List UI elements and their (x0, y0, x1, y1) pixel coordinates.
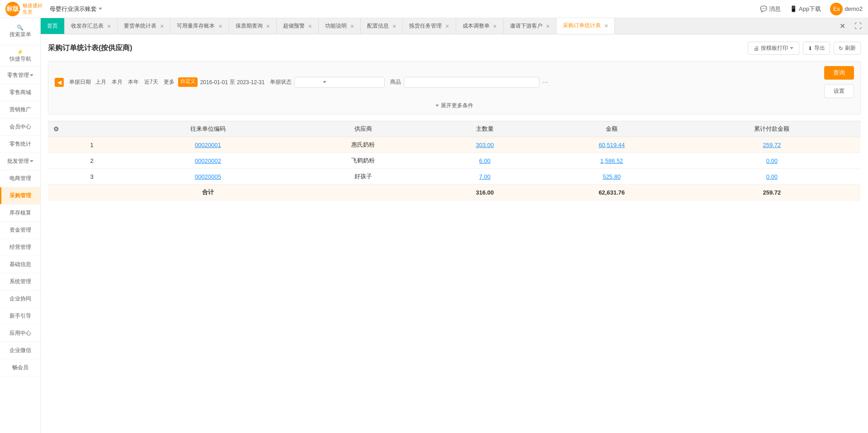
messages-button[interactable]: 💬 消息 (760, 5, 781, 13)
tab-close-receive-send[interactable]: × (107, 23, 111, 30)
row-qty-1[interactable]: 6.00 (429, 153, 541, 169)
tab-warranty-query[interactable]: 保质期查询 × (229, 18, 277, 34)
tab-close-warranty-query[interactable]: × (266, 23, 270, 30)
expand-more-button[interactable]: 展开更多条件 (55, 102, 854, 109)
tab-home[interactable]: 首页 (41, 18, 65, 34)
sidebar-item-purchase-manage[interactable]: 采购管理 (0, 187, 40, 205)
tab-config-info[interactable]: 配置信息 × (361, 18, 403, 34)
tab-goods-stats[interactable]: 要货单统计表 × (118, 18, 170, 34)
sidebar-item-member[interactable]: 畅会员 (0, 359, 40, 376)
row-paid-0[interactable]: 259.72 (683, 137, 861, 153)
tab-close-pick-task[interactable]: × (445, 23, 449, 30)
date-range[interactable]: 2016-01-01 至 2023-12-31 (200, 78, 265, 86)
export-button[interactable]: ⬇ 导出 (803, 42, 830, 55)
row-supplier-code-1[interactable]: 00020002 (119, 153, 297, 169)
print-icon: 🖨 (754, 45, 759, 52)
goods-input[interactable] (404, 77, 539, 88)
filter-goods-item: 商品 ··· (390, 77, 548, 88)
avatar-initial: Ea (833, 6, 840, 12)
tab-close-purchase-stats[interactable]: × (604, 22, 608, 29)
footer-empty-1 (48, 185, 65, 200)
goods-more-icon[interactable]: ··· (542, 78, 548, 86)
status-dropdown-icon (323, 81, 326, 83)
sidebar-item-ecom-manage[interactable]: 电商管理 (0, 170, 40, 187)
app-download-button[interactable]: 📱 App下载 (790, 5, 821, 13)
shortcut-last-month[interactable]: 上月 (94, 77, 108, 87)
sidebar-item-member-center[interactable]: 会员中心 (0, 119, 40, 136)
row-amount-1[interactable]: 1,586.52 (540, 153, 683, 169)
avatar: Ea (830, 3, 843, 15)
row-qty-0[interactable]: 303.00 (429, 137, 541, 153)
refresh-icon: ↻ (839, 45, 843, 52)
row-supplier-code-2[interactable]: 00020005 (119, 169, 297, 185)
expand-more-icon (435, 105, 439, 107)
row-amount-2[interactable]: 525.80 (540, 169, 683, 185)
tab-close-overstock-warn[interactable]: × (308, 23, 312, 30)
tab-invite-downstream[interactable]: 邀请下游客户 × (504, 18, 557, 34)
row-paid-2[interactable]: 0.00 (683, 169, 861, 185)
row-paid-1[interactable]: 0.00 (683, 153, 861, 169)
sidebar-item-basic-info[interactable]: 基础信息 (0, 256, 40, 273)
tab-bar-close-icon[interactable]: ✕ (837, 22, 848, 30)
sidebar-item-inventory-check[interactable]: 库存核算 (0, 205, 40, 222)
shortcut-more[interactable]: 更多 (162, 77, 176, 87)
row-supplier-code-0[interactable]: 00020001 (119, 137, 297, 153)
sidebar-item-retail-stats[interactable]: 零售统计 (0, 136, 40, 153)
sidebar-item-app-center[interactable]: 应用中心 (0, 325, 40, 342)
sidebar-item-enterprise-wechat[interactable]: 企业微信 (0, 342, 40, 359)
search-menu-button[interactable]: 🔍 搜索菜单 (3, 22, 38, 41)
footer-amount: 62,631.76 (540, 185, 683, 200)
table-row: 1 00020001 惠氏奶粉 303.00 60,519.44 259.72 (48, 137, 861, 153)
status-filter-label: 单据状态 (270, 78, 292, 86)
sidebar-item-sys-manage[interactable]: 系统管理 (0, 273, 40, 290)
tab-close-available-stock[interactable]: × (218, 23, 222, 30)
tab-cost-adjust[interactable]: 成本调整单 × (456, 18, 504, 34)
tab-purchase-stats[interactable]: 采购订单统计表 × (557, 18, 615, 34)
tab-close-cost-adjust[interactable]: × (493, 23, 497, 30)
col-settings[interactable]: ⚙ (48, 121, 65, 137)
sidebar-item-retail-manage[interactable]: 零售管理 (0, 67, 40, 84)
status-select[interactable] (294, 77, 385, 88)
sidebar-item-new-guide[interactable]: 新手引导 (0, 308, 40, 325)
table-row: 2 00020002 飞鹤奶粉 6.00 1,586.52 0.00 (48, 153, 861, 169)
sidebar-item-biz-manage[interactable]: 经营管理 (0, 239, 40, 256)
sidebar-item-enterprise-collab[interactable]: 企业协同 (0, 290, 40, 308)
sidebar-item-retail-shop[interactable]: 零售商城 (0, 84, 40, 101)
filter-collapse-button[interactable]: ◀ (55, 78, 64, 87)
tab-close-goods-stats[interactable]: × (160, 23, 164, 30)
shortcut-this-year[interactable]: 本年 (126, 77, 141, 87)
sidebar-item-marketing[interactable]: 营销推广 (0, 101, 40, 119)
tab-bar-maximize-icon[interactable]: ⛶ (852, 22, 864, 30)
user-area[interactable]: Ea demo2 (830, 3, 863, 15)
sidebar: 🔍 搜索菜单 ⚡ 快捷导航 零售管理 零售商城 营销推广 会员 (0, 18, 41, 433)
query-settings-area: 查询 设置 (824, 66, 854, 98)
query-button[interactable]: 查询 (824, 66, 854, 80)
row-amount-0[interactable]: 60,519.44 (540, 137, 683, 153)
footer-empty-3 (297, 185, 429, 200)
shortcut-7days[interactable]: 近7天 (142, 77, 160, 87)
tab-overstock-warn[interactable]: 超储预警 × (277, 18, 319, 34)
footer-paid: 259.72 (683, 185, 861, 200)
top-bar: 标版 畅捷通好生意 母婴行业演示账套 💬 消息 📱 App下载 Ea demo2 (0, 0, 868, 18)
quick-nav-button[interactable]: ⚡ 快捷导航 (0, 45, 40, 67)
tab-close-func-desc[interactable]: × (350, 23, 354, 30)
tab-receive-send[interactable]: 收发存汇总表 × (65, 18, 118, 34)
shortcut-this-month[interactable]: 本月 (110, 77, 124, 87)
workspace-selector[interactable]: 母婴行业演示账套 (46, 3, 106, 15)
tab-available-stock[interactable]: 可用量库存账本 × (170, 18, 229, 34)
footer-empty-2 (65, 185, 119, 200)
row-index-2: 3 (65, 169, 119, 185)
refresh-button[interactable]: ↻ 刷新 (834, 42, 861, 55)
tab-func-desc[interactable]: 功能说明 × (319, 18, 361, 34)
date-filter-label: 单据日期 (69, 78, 91, 86)
sidebar-item-capital-manage[interactable]: 资金管理 (0, 222, 40, 239)
sidebar-item-wholesale-manage[interactable]: 批发管理 (0, 153, 40, 170)
settings-button[interactable]: 设置 (824, 84, 854, 98)
print-button[interactable]: 🖨 按模板打印 (748, 42, 799, 55)
tab-pick-task[interactable]: 拣货任务管理 × (403, 18, 456, 34)
tab-close-config-info[interactable]: × (392, 23, 396, 30)
tab-close-invite-downstream[interactable]: × (546, 23, 550, 30)
table-body: 1 00020001 惠氏奶粉 303.00 60,519.44 259.72 … (48, 137, 861, 185)
print-dropdown-icon (790, 47, 793, 49)
row-qty-2[interactable]: 7.00 (429, 169, 541, 185)
